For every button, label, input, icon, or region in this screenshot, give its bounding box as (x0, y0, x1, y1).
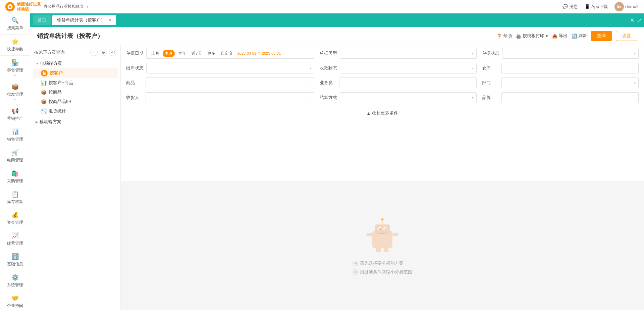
scheme-settings-btn[interactable]: ⚙ (100, 49, 107, 56)
svg-rect-7 (392, 233, 398, 236)
collapse-more-btn[interactable]: ▲ 收起更多条件 (126, 107, 639, 119)
filter-panel-header: 按以下方案查询 + ⚙ ≪ (30, 47, 120, 59)
sidebar-item-search[interactable]: 🔍 搜索菜单 (0, 13, 30, 35)
date-btn-last7[interactable]: 近7天 (190, 50, 204, 57)
date-btn-more[interactable]: 更多 (205, 50, 217, 57)
scheme-item-product99[interactable]: 📦 按商品品99 (33, 97, 118, 106)
tab-sales-stats[interactable]: 销货单统计表（按客户） ✕ (52, 15, 116, 25)
sidebar-item-inventory[interactable]: 📋 库存核算 (0, 187, 30, 208)
sidebar-item-purchase[interactable]: 🛍️ 采购管理 (0, 166, 30, 187)
date-btn-thisyear[interactable]: 本年 (176, 50, 188, 57)
sidebar-item-ecommerce[interactable]: 🛒 电商管理 (0, 146, 30, 166)
date-btn-lastmonth[interactable]: 上月 (149, 50, 161, 57)
svg-point-5 (385, 228, 386, 230)
salesperson-input[interactable]: ··· (339, 78, 477, 88)
settlement-input[interactable]: ▾ (340, 92, 477, 103)
sidebar-item-basic[interactable]: ℹ️ 基础信息 (0, 250, 30, 270)
order-type-input[interactable]: ▾ (340, 48, 477, 59)
scheme-item-customer-product[interactable]: 📊 按客户+商品 (33, 78, 118, 88)
receipt-status-input[interactable]: ▾ (340, 63, 477, 73)
scheme-item-by-customer[interactable]: 按 按客户 (33, 68, 118, 78)
logo-icon (5, 2, 15, 11)
tab-close-btn[interactable]: ✕ (108, 18, 111, 22)
print-btn[interactable]: 🖨️ 按模板打印 ▾ (516, 33, 548, 39)
date-range-text: 2023-03-01 至 2023-03-31 (237, 51, 281, 56)
receipt-status-dropdown-icon: ▾ (472, 66, 474, 70)
export-btn[interactable]: 📤 导出 (552, 33, 568, 39)
brand-input[interactable]: ··· (501, 92, 639, 103)
tab-close-all-btn[interactable]: ✕ (630, 17, 634, 23)
query-btn[interactable]: 查询 (591, 31, 612, 41)
user-area[interactable]: Ea demo2 (614, 2, 639, 11)
sidebar-item-quicknav[interactable]: ⭐ 快捷导航 (0, 35, 30, 56)
tip-num-1: ① (353, 261, 358, 266)
logo-text: 畅捷通好生意标准版 (17, 2, 41, 11)
expand-icon2: ▲ (13, 97, 16, 101)
message-btn[interactable]: 💬 消息 (562, 4, 578, 10)
order-status-field: 单据状态 ▾ (482, 48, 639, 59)
expand-icon: ▲ (13, 73, 16, 76)
sidebar-item-sales[interactable]: 📊 销售管理 (0, 125, 30, 146)
svg-point-11 (381, 218, 384, 221)
receiver-input[interactable]: ··· (146, 92, 314, 103)
filter-panel: 按以下方案查询 + ⚙ ≪ ▼ 电脑端方案 (30, 44, 121, 310)
refresh-btn[interactable]: 🔄 刷新 (572, 33, 587, 39)
app-download-btn[interactable]: 📱 App下载 (585, 4, 608, 10)
order-type-label: 单据类型 (320, 50, 337, 56)
department-label: 部门 (482, 80, 499, 86)
brand-more-icon: ··· (632, 95, 636, 100)
add-scheme-btn[interactable]: + (90, 49, 98, 56)
salesperson-more-icon: ··· (470, 81, 473, 85)
tab-expand-btn[interactable]: ⤢ (637, 17, 641, 23)
product-field: 商品 ··· (126, 78, 314, 88)
sidebar-item-system[interactable]: ⚙️ 系统管理 (0, 270, 30, 291)
receiver-field: 收货人 ··· (126, 92, 314, 103)
scheme-item-return[interactable]: 📉 退货统计 (33, 106, 118, 116)
sidebar-item-marketing[interactable]: 📢 营销推广 (0, 104, 30, 125)
home-tab-label: 首页 (38, 17, 46, 23)
sidebar-item-retail[interactable]: 🏪 零售管理 ▲ (0, 56, 30, 80)
sidebar-item-wholesale[interactable]: 📦 批发管理 ▲ (0, 80, 30, 104)
salesperson-label: 业务员 (320, 80, 336, 86)
date-selector[interactable]: 上月 本月 本年 近7天 更多 自定义 2023-03-01 至 2023-03… (146, 48, 314, 59)
order-status-input[interactable]: ▾ (502, 48, 639, 59)
message-icon: 💬 (562, 4, 568, 9)
avatar: Ea (614, 2, 624, 11)
print-dropdown-icon: ▾ (546, 34, 548, 39)
collapse-panel-btn[interactable]: ≪ (109, 49, 116, 56)
operations-icon: 📈 (11, 232, 19, 240)
sidebar-item-enterprise[interactable]: 🤝 企业协同 (0, 291, 30, 310)
empty-tip-1: ① 请先选择要分析的方案 (353, 260, 412, 266)
marketing-icon: 📢 (11, 107, 19, 115)
sidebar-item-finance[interactable]: 💰 资金管理 (0, 208, 30, 229)
scheme-item-product[interactable]: 📦 按商品 (33, 88, 118, 97)
active-indicator: 按 (41, 70, 48, 76)
top-bar: 畅捷通好生意标准版 办公用品行业模拟账套 ▾ 💬 消息 📱 App下载 Ea d… (0, 0, 644, 13)
out-status-input[interactable]: ▾ (146, 63, 314, 73)
date-label: 单据日期 (126, 50, 144, 56)
refresh-icon: 🔄 (572, 34, 577, 39)
scheme-tree: ▼ 电脑端方案 按 按客户 📊 按客户+商品 (30, 59, 120, 126)
sidebar: 🔍 搜索菜单 ⭐ 快捷导航 🏪 零售管理 ▲ 📦 批发管理 ▲ 📢 营销推广 (0, 13, 30, 310)
content-body: 按以下方案查询 + ⚙ ≪ ▼ 电脑端方案 (30, 44, 644, 310)
product-input[interactable]: ··· (146, 78, 314, 88)
warehouse-input[interactable]: ··· (501, 63, 639, 73)
settings-btn[interactable]: 设置 (616, 31, 637, 41)
subtitle-dropdown[interactable]: ▾ (87, 4, 89, 9)
scheme-group-desktop-header[interactable]: ▼ 电脑端方案 (33, 59, 118, 68)
scheme-group-mobile-header[interactable]: ▶ 移动端方案 (33, 117, 118, 126)
top-bar-right: 💬 消息 📱 App下载 Ea demo2 (562, 2, 639, 11)
receiver-label: 收货人 (126, 95, 143, 101)
app-container: 畅捷通好生意标准版 办公用品行业模拟账套 ▾ 💬 消息 📱 App下载 Ea d… (0, 0, 644, 310)
content-area: 首页 销货单统计表（按客户） ✕ ✕ ⤢ 销货单统计表（按客户） ❓ 帮助 (30, 13, 644, 310)
page-header: 销货单统计表（按客户） ❓ 帮助 🖨️ 按模板打印 ▾ 📤 导出 (30, 27, 644, 44)
date-btn-custom[interactable]: 自定义 (219, 50, 235, 57)
out-status-field: 出库状态 ▾ (126, 63, 314, 73)
warehouse-label: 仓库 (482, 65, 499, 71)
filter-row-4: 收货人 ··· 结算方式 ▾ (126, 92, 639, 103)
department-input[interactable]: ▾ (501, 78, 639, 88)
sidebar-item-operations[interactable]: 📈 经营管理 (0, 229, 30, 250)
date-btn-thismonth[interactable]: 本月 (163, 50, 175, 57)
tab-home[interactable]: 首页 (33, 15, 51, 25)
help-btn[interactable]: ❓ 帮助 (496, 33, 512, 39)
